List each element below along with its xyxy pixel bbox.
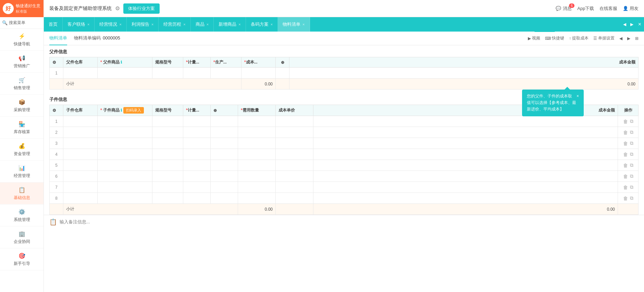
child-row-3-warehouse[interactable] <box>63 138 98 149</box>
parent-row-1-cost-amt[interactable] <box>289 68 639 79</box>
child-row-8-cost-amt[interactable] <box>313 193 618 204</box>
parent-th-extra[interactable]: ⊕ <box>276 57 289 68</box>
shortcut-btn[interactable]: ⌨ 快捷键 <box>545 35 564 41</box>
child-row-7-warehouse[interactable] <box>63 182 98 193</box>
tab-profit-report[interactable]: 利润报告 × <box>127 17 159 32</box>
child-row-2-unit[interactable] <box>183 127 211 138</box>
child-row-1-delete-icon[interactable]: 🗑 <box>623 119 628 124</box>
gear-icon[interactable]: ⚙ <box>115 5 120 12</box>
child-row-2-product[interactable] <box>98 127 152 138</box>
child-row-5-copy-icon[interactable]: ⧉ <box>630 162 633 168</box>
child-row-1-copy-icon[interactable]: ⧉ <box>630 118 633 124</box>
parent-row-1-produce[interactable] <box>211 68 242 79</box>
nav-prev[interactable]: ◀ <box>619 36 622 41</box>
child-row-5-delete-icon[interactable]: 🗑 <box>623 163 628 168</box>
child-row-8-delete-icon[interactable]: 🗑 <box>623 196 628 201</box>
tab-operations-history[interactable]: 经营历程 × <box>159 17 190 32</box>
child-row-2-spec[interactable] <box>152 127 183 138</box>
child-row-8-copy-icon[interactable]: ⧉ <box>630 195 633 201</box>
nav-next[interactable]: ▶ <box>627 36 630 41</box>
tab-goods-close[interactable]: × <box>207 22 209 26</box>
parent-product-info-icon[interactable]: ℹ <box>121 60 122 64</box>
child-row-2-quantity[interactable] <box>238 127 276 138</box>
child-row-6-spec[interactable] <box>152 171 183 182</box>
sidebar-item-purchase[interactable]: 📦 采购管理 <box>0 95 44 117</box>
child-row-3-spec[interactable] <box>152 138 183 149</box>
child-row-7-copy-icon[interactable]: ⧉ <box>630 184 633 190</box>
child-row-5-unit[interactable] <box>183 160 211 171</box>
child-row-1-spec[interactable] <box>152 116 183 127</box>
child-th-settings[interactable]: ⚙ <box>50 105 63 116</box>
child-row-2-delete-icon[interactable]: 🗑 <box>623 130 628 135</box>
sidebar-item-operations[interactable]: 📊 经营管理 <box>0 161 44 183</box>
sidebar-item-enterprise[interactable]: 🏢 企业协同 <box>0 226 44 248</box>
child-row-4-spec[interactable] <box>152 149 183 160</box>
sub-tab-bom-list[interactable]: 物料清单 <box>49 32 67 45</box>
child-row-8-unit-cost[interactable] <box>276 193 313 204</box>
tab-right-arrow[interactable]: ▶ <box>628 22 635 27</box>
child-row-3-cost-amt[interactable] <box>313 138 618 149</box>
child-row-5-spec[interactable] <box>152 160 183 171</box>
child-row-1-warehouse[interactable] <box>63 116 98 127</box>
scan-button[interactable]: 扫码录入 <box>123 107 144 114</box>
tab-new-goods[interactable]: 新增商品 × <box>214 17 246 32</box>
sidebar-item-finance[interactable]: 💰 资金管理 <box>0 139 44 161</box>
tab-barcode[interactable]: 条码方案 × <box>246 17 278 32</box>
child-row-3-quantity[interactable] <box>238 138 276 149</box>
child-row-2-unit-cost[interactable] <box>276 127 313 138</box>
online-service-link[interactable]: 在线客服 <box>599 5 617 12</box>
parent-row-1-cost[interactable] <box>242 68 276 79</box>
sidebar-item-quick-nav[interactable]: ⚡ 快捷导航 <box>0 29 44 51</box>
tooltip-close-btn[interactable]: × <box>577 93 579 100</box>
tab-operations-history-close[interactable]: × <box>183 22 185 26</box>
child-row-4-unit[interactable] <box>183 149 211 160</box>
parent-row-1-product[interactable] <box>98 68 152 79</box>
remark-input[interactable] <box>60 219 639 224</box>
child-row-5-warehouse[interactable] <box>63 160 98 171</box>
child-th-extra[interactable]: ⊕ <box>211 105 238 116</box>
tab-goods[interactable]: 商品 × <box>191 17 214 32</box>
child-row-6-copy-icon[interactable]: ⧉ <box>630 173 633 179</box>
sidebar-item-marketing[interactable]: 📢 营销推广 <box>0 51 44 73</box>
sidebar-search[interactable]: 🔍 搜索菜单 <box>0 17 44 29</box>
tab-operations-status[interactable]: 经营情况 × <box>95 17 126 32</box>
child-row-5-cost-amt[interactable] <box>313 160 618 171</box>
tab-home[interactable]: 首页 <box>44 17 63 32</box>
child-row-3-unit-cost[interactable] <box>276 138 313 149</box>
child-row-8-unit[interactable] <box>183 193 211 204</box>
child-row-5-quantity[interactable] <box>238 160 276 171</box>
child-row-5-product[interactable] <box>98 160 152 171</box>
child-product-info-icon[interactable]: ℹ <box>121 108 122 112</box>
app-download-link[interactable]: App下载 <box>577 5 594 12</box>
child-row-2-copy-icon[interactable]: ⧉ <box>630 129 633 135</box>
child-row-2-warehouse[interactable] <box>63 127 98 138</box>
child-row-5-unit-cost[interactable] <box>276 160 313 171</box>
child-row-1-unit-cost[interactable] <box>276 116 313 127</box>
view-btn[interactable]: ▶ 视频 <box>528 35 540 41</box>
tab-profit-report-close[interactable]: × <box>151 22 153 26</box>
child-row-3-copy-icon[interactable]: ⧉ <box>630 140 633 146</box>
child-row-7-cost-amt[interactable] <box>313 182 618 193</box>
child-row-1-quantity[interactable] <box>238 116 276 127</box>
child-row-6-unit[interactable] <box>183 171 211 182</box>
tab-bom-close[interactable]: × <box>302 22 305 26</box>
sidebar-item-guide[interactable]: 🎯 新手引导 <box>0 248 44 270</box>
tab-customer[interactable]: 客户联络 × <box>63 17 95 32</box>
child-row-8-product[interactable] <box>98 193 152 204</box>
child-row-4-product[interactable] <box>98 149 152 160</box>
child-row-3-unit[interactable] <box>183 138 211 149</box>
child-row-8-spec[interactable] <box>152 193 183 204</box>
child-row-8-warehouse[interactable] <box>63 193 98 204</box>
child-row-6-delete-icon[interactable]: 🗑 <box>623 174 628 179</box>
parent-row-1-warehouse[interactable] <box>63 68 98 79</box>
parent-row-1-unit[interactable] <box>183 68 211 79</box>
child-row-7-spec[interactable] <box>152 182 183 193</box>
message-icon-wrapper[interactable]: 💬 6 消息 <box>556 5 572 12</box>
child-row-7-unit-cost[interactable] <box>276 182 313 193</box>
child-row-7-unit[interactable] <box>183 182 211 193</box>
child-row-2-cost-amt[interactable] <box>313 127 618 138</box>
child-row-8-quantity[interactable] <box>238 193 276 204</box>
tab-new-goods-close[interactable]: × <box>238 22 240 26</box>
child-row-3-product[interactable] <box>98 138 152 149</box>
child-row-3-delete-icon[interactable]: 🗑 <box>623 141 628 146</box>
